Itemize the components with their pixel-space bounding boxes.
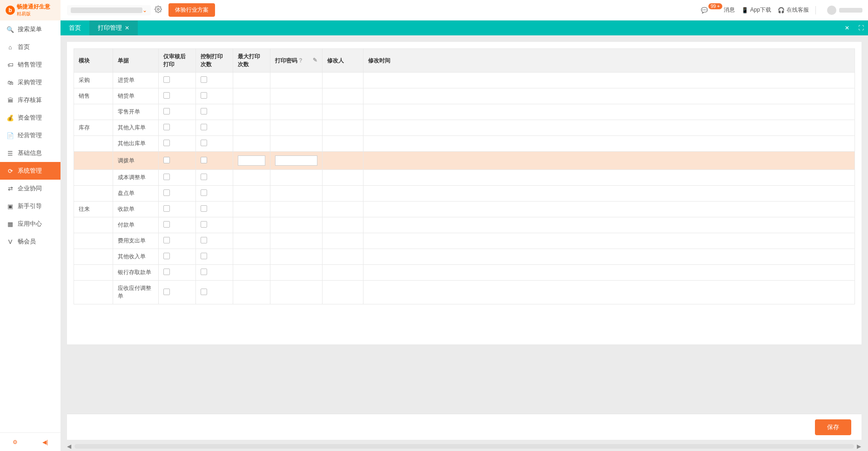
column-header: 修改人 <box>323 49 363 73</box>
app-download-link[interactable]: 📱 App下载 <box>741 6 771 14</box>
checkbox[interactable] <box>163 253 170 259</box>
checkbox[interactable] <box>201 108 207 114</box>
cell-audit-only <box>159 202 196 217</box>
checkbox[interactable] <box>201 253 207 259</box>
checkbox[interactable] <box>201 174 207 180</box>
cell-password <box>270 104 323 120</box>
checkbox[interactable] <box>163 289 170 295</box>
cell-modify-time <box>363 88 855 104</box>
checkbox[interactable] <box>163 124 170 130</box>
fullscreen-button[interactable]: ⛶ <box>854 25 868 31</box>
sidebar-item-7[interactable]: ☰基础信息 <box>0 144 61 162</box>
horizontal-scrollbar[interactable]: ◀ ▶ <box>67 444 861 449</box>
org-selector[interactable]: ⌄ <box>67 5 151 15</box>
password-input[interactable] <box>275 155 317 166</box>
checkbox[interactable] <box>201 205 207 212</box>
tab-1[interactable]: 打印管理✕ <box>89 20 138 35</box>
gear-icon[interactable] <box>155 6 162 14</box>
checkbox[interactable] <box>163 140 170 146</box>
sidebar-item-4[interactable]: 🏛库存核算 <box>0 91 61 109</box>
close-all-tabs-button[interactable]: ✕ <box>840 25 854 31</box>
cell-max-count <box>233 136 270 152</box>
checkbox[interactable] <box>163 92 170 99</box>
sidebar-item-5[interactable]: 💰资金管理 <box>0 109 61 127</box>
online-service-link[interactable]: 🎧 在线客服 <box>778 6 809 14</box>
close-icon[interactable]: ✕ <box>125 25 129 31</box>
sidebar-item-0[interactable]: 🔍搜索菜单 <box>0 20 61 38</box>
messages-link[interactable]: 💬 99 + 消息 <box>701 6 735 14</box>
table-row[interactable]: 应收应付调整单 <box>74 281 855 304</box>
checkbox[interactable] <box>201 269 207 275</box>
cell-limit-count <box>196 202 233 217</box>
checkbox[interactable] <box>201 157 207 163</box>
checkbox[interactable] <box>163 269 170 275</box>
cell-limit-count <box>196 104 233 120</box>
checkbox[interactable] <box>163 174 170 180</box>
cell-audit-only <box>159 170 196 186</box>
sidebar-item-8[interactable]: ⟳系统管理 <box>0 162 61 180</box>
scroll-right-arrow[interactable]: ▶ <box>857 443 861 450</box>
sidebar-item-3[interactable]: 🛍采购管理 <box>0 74 61 91</box>
messages-label: 消息 <box>724 6 735 14</box>
checkbox[interactable] <box>201 237 207 243</box>
max-count-input[interactable] <box>238 155 265 166</box>
checkbox[interactable] <box>201 92 207 99</box>
sidebar-item-11[interactable]: ▦应用中心 <box>0 215 61 233</box>
table-row[interactable]: 采购进货单 <box>74 73 855 88</box>
checkbox[interactable] <box>201 124 207 130</box>
cell-audit-only <box>159 73 196 88</box>
sidebar-item-6[interactable]: 📄经营管理 <box>0 127 61 144</box>
scroll-left-arrow[interactable]: ◀ <box>67 443 72 450</box>
save-button[interactable]: 保存 <box>815 419 851 435</box>
checkbox[interactable] <box>201 76 207 83</box>
checkbox[interactable] <box>201 221 207 228</box>
checkbox[interactable] <box>201 140 207 146</box>
edit-icon[interactable]: ✎ <box>313 57 317 63</box>
cell-doc: 付款单 <box>113 217 159 233</box>
cell-modifier <box>323 186 363 202</box>
table-row[interactable]: 银行存取款单 <box>74 265 855 281</box>
cell-audit-only <box>159 217 196 233</box>
cell-max-count <box>233 120 270 136</box>
table-row[interactable]: 往来收款单 <box>74 202 855 217</box>
collapse-icon[interactable]: ◀| <box>42 439 48 445</box>
help-icon[interactable]: ? <box>299 57 302 64</box>
checkbox[interactable] <box>163 237 170 243</box>
cell-limit-count <box>196 136 233 152</box>
scroll-track[interactable] <box>74 444 854 449</box>
industry-solution-button[interactable]: 体验行业方案 <box>168 3 215 17</box>
table-row[interactable]: 其他收入单 <box>74 249 855 265</box>
checkbox[interactable] <box>163 189 170 196</box>
column-header: 最大打印次数 <box>233 49 270 73</box>
checkbox[interactable] <box>163 221 170 228</box>
table-row[interactable]: 其他出库单 <box>74 136 855 152</box>
sidebar-item-1[interactable]: ⌂首页 <box>0 38 61 56</box>
table-row[interactable]: 零售开单 <box>74 104 855 120</box>
checkbox[interactable] <box>201 189 207 196</box>
checkbox[interactable] <box>163 157 170 163</box>
sidebar-item-10[interactable]: ▣新手引导 <box>0 197 61 215</box>
cell-password <box>270 186 323 202</box>
checkbox[interactable] <box>163 108 170 114</box>
cell-password <box>270 217 323 233</box>
cell-module <box>74 233 113 249</box>
table-row[interactable]: 成本调整单 <box>74 170 855 186</box>
checkbox[interactable] <box>201 289 207 295</box>
cell-modifier <box>323 120 363 136</box>
tab-0[interactable]: 首页 <box>61 20 89 35</box>
sidebar-item-label: 首页 <box>18 43 30 51</box>
checkbox[interactable] <box>163 76 170 83</box>
cell-doc: 进货单 <box>113 73 159 88</box>
sidebar-item-9[interactable]: ⇄企业协同 <box>0 180 61 197</box>
sidebar-item-12[interactable]: V畅会员 <box>0 233 61 250</box>
user-menu[interactable] <box>822 6 862 15</box>
checkbox[interactable] <box>163 205 170 212</box>
sidebar-item-2[interactable]: 🏷销售管理 <box>0 56 61 74</box>
table-row[interactable]: 付款单 <box>74 217 855 233</box>
gear-icon[interactable]: ⚙ <box>13 439 18 445</box>
table-row[interactable]: 盘点单 <box>74 186 855 202</box>
table-row[interactable]: 调拨单 <box>74 152 855 170</box>
table-row[interactable]: 库存其他入库单 <box>74 120 855 136</box>
table-row[interactable]: 费用支出单 <box>74 233 855 249</box>
table-row[interactable]: 销售销货单 <box>74 88 855 104</box>
